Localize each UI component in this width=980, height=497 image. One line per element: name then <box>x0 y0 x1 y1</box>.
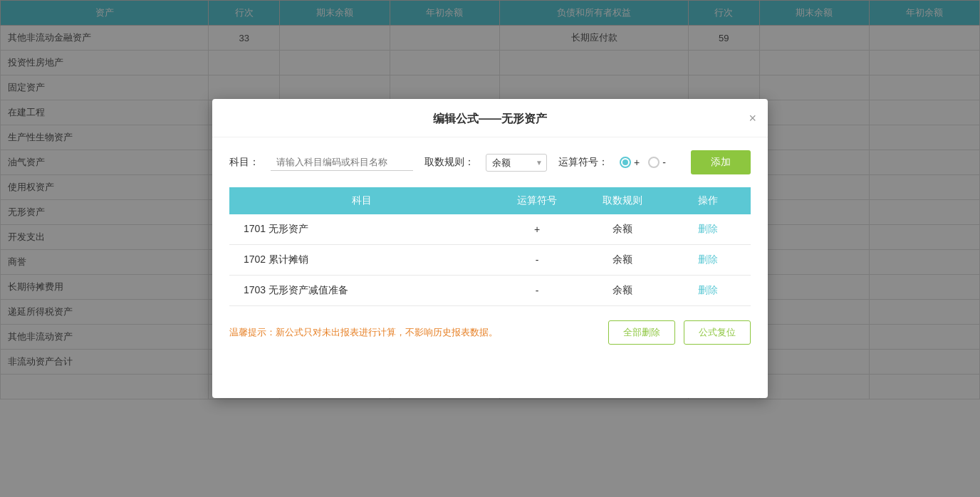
modal-overlay: 编辑公式——无形资产 × 科目： 取数规则： 余额 借方 贷方 借方累计 贷方累… <box>0 0 980 497</box>
footer-buttons: 全部删除 公式复位 <box>608 320 751 345</box>
modal-footer: 温馨提示：新公式只对未出报表进行计算，不影响历史报表数据。 全部删除 公式复位 <box>212 306 768 345</box>
rule-label: 取数规则： <box>424 156 474 169</box>
row1-delete-link[interactable]: 删除 <box>698 223 718 234</box>
inner-header-action: 操作 <box>665 187 751 214</box>
page-container: 资产 行次 期末余额 年初余额 负债和所有者权益 行次 期末余额 年初余额 其他… <box>0 0 980 497</box>
radio-plus[interactable]: + <box>620 157 640 168</box>
radio-plus-circle <box>620 157 631 168</box>
row3-delete-link[interactable]: 删除 <box>698 284 718 295</box>
row2-subject: 1702 累计摊销 <box>229 245 494 276</box>
add-button[interactable]: 添加 <box>691 150 751 174</box>
radio-minus-label: - <box>662 157 666 168</box>
row3-action: 删除 <box>665 276 751 306</box>
subject-input[interactable] <box>271 154 413 171</box>
row2-delete-link[interactable]: 删除 <box>698 253 718 265</box>
reset-formula-button[interactable]: 公式复位 <box>684 320 751 345</box>
row3-subject: 1703 无形资产减值准备 <box>229 276 494 306</box>
row1-subject: 1701 无形资产 <box>229 214 494 245</box>
modal-dialog: 编辑公式——无形资产 × 科目： 取数规则： 余额 借方 贷方 借方累计 贷方累… <box>212 99 768 398</box>
inner-header-rule: 取数规则 <box>580 187 665 214</box>
row1-action: 删除 <box>665 214 751 245</box>
row2-action: 删除 <box>665 245 751 276</box>
modal-title: 编辑公式——无形资产 <box>433 113 547 125</box>
delete-all-button[interactable]: 全部删除 <box>608 320 675 345</box>
rule-select[interactable]: 余额 借方 贷方 借方累计 贷方累计 <box>486 154 547 172</box>
inner-table: 科目 运算符号 取数规则 操作 1701 无形资产 + 余额 删除 <box>229 187 751 306</box>
modal-close-button[interactable]: × <box>749 112 756 125</box>
row1-rule: 余额 <box>580 214 665 245</box>
form-row: 科目： 取数规则： 余额 借方 贷方 借方累计 贷方累计 ▼ 运算符号： <box>212 137 768 187</box>
inner-header-subject: 科目 <box>229 187 494 214</box>
row1-operator: + <box>494 214 580 245</box>
radio-minus[interactable]: - <box>648 157 666 168</box>
modal-header: 编辑公式——无形资产 × <box>212 99 768 137</box>
rule-select-wrapper: 余额 借方 贷方 借方累计 贷方累计 ▼ <box>486 154 547 172</box>
subject-label: 科目： <box>229 156 259 169</box>
row2-rule: 余额 <box>580 245 665 276</box>
row2-operator: - <box>494 245 580 276</box>
hint-text: 温馨提示：新公式只对未出报表进行计算，不影响历史报表数据。 <box>229 326 498 339</box>
radio-plus-label: + <box>634 157 640 168</box>
operator-radio-group: + - <box>620 157 666 168</box>
inner-table-wrapper: 科目 运算符号 取数规则 操作 1701 无形资产 + 余额 删除 <box>212 187 768 306</box>
table-row: 1701 无形资产 + 余额 删除 <box>229 214 751 245</box>
radio-minus-circle <box>648 157 660 168</box>
row3-operator: - <box>494 276 580 306</box>
table-row: 1702 累计摊销 - 余额 删除 <box>229 245 751 276</box>
row3-rule: 余额 <box>580 276 665 306</box>
table-row: 1703 无形资产减值准备 - 余额 删除 <box>229 276 751 306</box>
inner-header-operator: 运算符号 <box>494 187 580 214</box>
operator-label: 运算符号： <box>558 156 608 169</box>
